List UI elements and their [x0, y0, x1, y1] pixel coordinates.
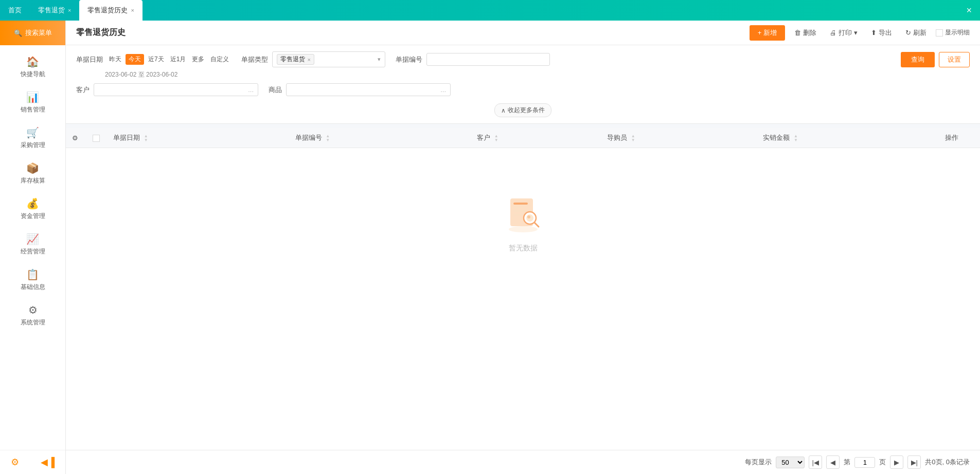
sidebar-label-sales-mgmt: 销售管理	[21, 105, 45, 114]
date-custom[interactable]: 自定义	[208, 54, 231, 64]
sort-doc-no-icon[interactable]: ▲▼	[326, 134, 330, 142]
date-today[interactable]: 今天	[126, 54, 144, 65]
settings-icon[interactable]: ⚙	[72, 134, 78, 142]
page-header: 零售退货历史 + 新增 🗑 删除 🖨 打印 ▾ ⬆ 导出 ↻	[66, 21, 980, 45]
sidebar-icon-sys-mgmt: ⚙	[28, 304, 38, 316]
sidebar-item-finance-mgmt[interactable]: 💰 资金管理	[0, 191, 65, 227]
svg-point-9	[527, 215, 530, 218]
filter-row-2: 客户 ... 商品 ...	[76, 83, 970, 96]
date-last7[interactable]: 近7天	[146, 54, 166, 64]
customer-filter: 客户 ...	[76, 83, 258, 96]
refresh-button[interactable]: ↻ 刷新	[901, 26, 931, 40]
filter-area: 单据日期 昨天 今天 近7天 近1月 更多 自定义 单据类型	[66, 45, 980, 124]
sidebar-item-stock-calc[interactable]: 📦 库存核算	[0, 156, 65, 191]
sidebar-search[interactable]: 🔍 搜索菜单	[0, 21, 65, 45]
th-doc-date: 单据日期 ▲▼	[107, 128, 289, 148]
sidebar-item-sys-mgmt[interactable]: ⚙ 系统管理	[0, 298, 65, 333]
collapse-button[interactable]: ∧ 收起更多条件	[494, 103, 551, 117]
export-button[interactable]: ⬆ 导出	[867, 26, 896, 40]
show-detail-checkbox[interactable]	[936, 29, 943, 37]
tab-home[interactable]: 首页	[0, 0, 30, 21]
sidebar-icon-ops-mgmt: 📈	[26, 233, 39, 245]
sidebar-label-stock-calc: 库存核算	[21, 176, 45, 185]
gear-icon[interactable]: ⚙	[11, 457, 19, 468]
doc-type-filter: 单据类型 零售退货 × ▾	[241, 51, 385, 67]
setting-button[interactable]: 设置	[939, 52, 970, 67]
total-label: 共0页, 0条记录	[925, 458, 970, 467]
delete-button[interactable]: 🗑 删除	[790, 26, 821, 40]
collapse-label: 收起更多条件	[508, 106, 545, 115]
next-page-button[interactable]: ▶	[890, 455, 903, 469]
sidebar-label-basic-info: 基础信息	[21, 283, 45, 291]
sidebar-item-purchase-mgmt[interactable]: 🛒 采购管理	[0, 120, 65, 156]
date-last-month[interactable]: 近1月	[168, 54, 188, 64]
sidebar-item-quick-nav[interactable]: 🏠 快捷导航	[0, 49, 65, 85]
th-amount: 实销金额 ▲▼	[757, 128, 939, 148]
sidebar-item-basic-info[interactable]: 📋 基础信息	[0, 262, 65, 298]
tab-close-retail-return-history[interactable]: ×	[131, 7, 134, 13]
sidebar-menu: 🏠 快捷导航 📊 销售管理 🛒 采购管理 📦 库存核算 💰 资金管理 📈 经营管…	[0, 45, 65, 450]
svg-rect-2	[513, 203, 528, 205]
sidebar-label-purchase-mgmt: 采购管理	[21, 141, 45, 150]
empty-state: 暂无数据	[66, 148, 980, 294]
per-page-select[interactable]: 50 10 20 100	[776, 457, 805, 468]
sidebar-label-sys-mgmt: 系统管理	[21, 318, 45, 327]
last-page-button[interactable]: ▶|	[907, 455, 921, 469]
date-filter: 单据日期 昨天 今天 近7天 近1月 更多 自定义	[76, 54, 231, 65]
sidebar-item-sales-mgmt[interactable]: 📊 销售管理	[0, 85, 65, 120]
tab-close-retail-return[interactable]: ×	[68, 7, 71, 13]
page-suffix: 页	[879, 458, 886, 467]
new-button[interactable]: + 新增	[750, 25, 785, 41]
per-page-label: 每页显示	[745, 458, 772, 467]
show-detail-toggle[interactable]: 显示明细	[936, 28, 970, 37]
sidebar-label-quick-nav: 快捷导航	[21, 70, 45, 79]
doc-type-tag: 零售退货 ×	[277, 54, 314, 65]
print-button[interactable]: 🖨 打印 ▾	[826, 26, 862, 40]
svg-line-7	[534, 223, 539, 227]
sidebar-icon-sales-mgmt: 📊	[26, 91, 39, 103]
date-more[interactable]: 更多	[190, 54, 206, 64]
doc-no-input[interactable]	[426, 53, 550, 66]
tab-retail-return-history[interactable]: 零售退货历史×	[79, 0, 142, 21]
sidebar-item-ops-mgmt[interactable]: 📈 经营管理	[0, 227, 65, 262]
sort-amount-icon[interactable]: ▲▼	[794, 134, 798, 142]
prev-page-button[interactable]: ◀	[826, 455, 840, 469]
th-guide: 导购员 ▲▼	[601, 128, 757, 148]
volume-icon[interactable]: ◀▐	[41, 457, 55, 468]
svg-point-0	[509, 226, 538, 232]
sidebar-search-label: 搜索菜单	[25, 28, 52, 38]
doc-type-select[interactable]: 零售退货 × ▾	[272, 51, 385, 67]
sidebar-icon-basic-info: 📋	[26, 268, 39, 281]
customer-input[interactable]: ...	[94, 83, 258, 96]
th-settings: ⚙	[66, 128, 86, 148]
th-customer: 客户 ▲▼	[471, 128, 601, 148]
first-page-button[interactable]: |◀	[809, 455, 822, 469]
top-bar: 首页零售退货×零售退货历史× ×	[0, 0, 980, 21]
sidebar: 🔍 搜索菜单 🏠 快捷导航 📊 销售管理 🛒 采购管理 📦 库存核算 💰 资金管…	[0, 21, 66, 474]
sort-customer-icon[interactable]: ▲▼	[494, 134, 498, 142]
query-button[interactable]: 查询	[901, 52, 935, 67]
svg-rect-3	[513, 207, 525, 208]
select-all-checkbox[interactable]	[93, 135, 100, 142]
window-close-button[interactable]: ×	[958, 5, 980, 16]
tab-label-retail-return-history: 零售退货历史	[87, 6, 128, 15]
refresh-icon: ↻	[905, 29, 911, 37]
date-yesterday[interactable]: 昨天	[107, 54, 123, 64]
goods-label: 商品	[269, 85, 282, 95]
search-icon: 🔍	[14, 29, 22, 37]
goods-input[interactable]: ...	[286, 83, 451, 96]
table-header: ⚙ 单据日期 ▲▼ 单据编号	[66, 128, 980, 148]
sort-doc-date-icon[interactable]: ▲▼	[144, 134, 148, 142]
sort-guide-icon[interactable]: ▲▼	[631, 134, 635, 142]
doc-type-tag-close[interactable]: ×	[307, 57, 310, 63]
date-label: 单据日期	[76, 55, 103, 64]
page-label: 第	[844, 458, 850, 467]
tab-retail-return[interactable]: 零售退货×	[30, 0, 79, 21]
sidebar-label-ops-mgmt: 经营管理	[21, 247, 45, 256]
query-actions: 查询 设置	[901, 52, 970, 67]
page-input[interactable]: 1	[854, 457, 875, 468]
svg-rect-5	[513, 214, 523, 215]
export-icon: ⬆	[871, 29, 877, 37]
empty-icon	[500, 189, 546, 235]
customer-label: 客户	[76, 85, 90, 95]
